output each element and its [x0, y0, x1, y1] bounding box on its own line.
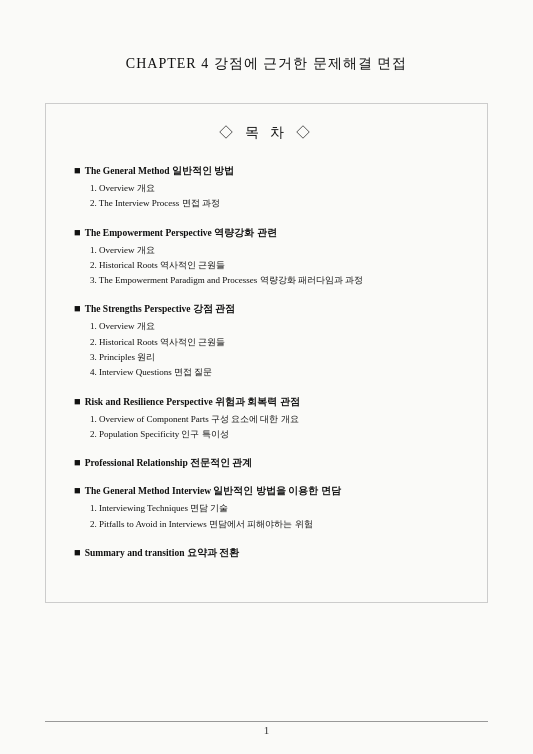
- section-header-text: The Strengths Perspective 강점 관점: [85, 303, 236, 316]
- section-item: 2. Historical Roots 역사적인 근원들: [74, 258, 459, 273]
- toc-section-s2: ■The Empowerment Perspective 역량강화 관련1. O…: [74, 226, 459, 289]
- section-item: 2. The Interview Process 면접 과정: [74, 196, 459, 211]
- toc-box: ◇ 목 차 ◇ ■The General Method 일반적인 방법1. Ov…: [45, 103, 488, 603]
- section-item: 1. Overview 개요: [74, 243, 459, 258]
- section-header-s4: ■Risk and Resilience Perspective 위험과 회복력…: [74, 395, 459, 409]
- section-header-s1: ■The General Method 일반적인 방법: [74, 164, 459, 178]
- section-header-text: The Empowerment Perspective 역량강화 관련: [85, 227, 277, 240]
- section-item: 1. Overview 개요: [74, 319, 459, 334]
- page: CHAPTER 4 강점에 근거한 문제해결 면접 ◇ 목 차 ◇ ■The G…: [0, 0, 533, 754]
- toc-section-s1: ■The General Method 일반적인 방법1. Overview 개…: [74, 164, 459, 212]
- section-item: 1. Interviewing Techniques 면담 기술: [74, 501, 459, 516]
- section-item: 1. Overview 개요: [74, 181, 459, 196]
- section-item: 2. Pitfalls to Avoid in Interviews 면담에서 …: [74, 517, 459, 532]
- section-header-text: The General Method 일반적인 방법: [85, 165, 235, 178]
- section-header-text: Summary and transition 요약과 전환: [85, 547, 240, 560]
- section-bullet: ■: [74, 164, 81, 176]
- section-header-s3: ■The Strengths Perspective 강점 관점: [74, 302, 459, 316]
- section-header-s6: ■The General Method Interview 일반적인 방법을 이…: [74, 484, 459, 498]
- section-item: 1. Overview of Component Parts 구성 요소에 대한…: [74, 412, 459, 427]
- section-bullet: ■: [74, 226, 81, 238]
- section-header-s7: ■Summary and transition 요약과 전환: [74, 546, 459, 560]
- toc-section-s7: ■Summary and transition 요약과 전환: [74, 546, 459, 560]
- section-item: 3. Principles 원리: [74, 350, 459, 365]
- section-item: 2. Historical Roots 역사적인 근원들: [74, 335, 459, 350]
- toc-section-s3: ■The Strengths Perspective 강점 관점1. Overv…: [74, 302, 459, 380]
- section-bullet: ■: [74, 484, 81, 496]
- toc-sections: ■The General Method 일반적인 방법1. Overview 개…: [74, 164, 459, 560]
- section-bullet: ■: [74, 546, 81, 558]
- section-header-text: The General Method Interview 일반적인 방법을 이용…: [85, 485, 341, 498]
- toc-section-s6: ■The General Method Interview 일반적인 방법을 이…: [74, 484, 459, 532]
- bottom-line: [45, 721, 488, 722]
- section-header-s2: ■The Empowerment Perspective 역량강화 관련: [74, 226, 459, 240]
- page-title: CHAPTER 4 강점에 근거한 문제해결 면접: [0, 0, 533, 103]
- section-item: 4. Interview Questions 면접 질문: [74, 365, 459, 380]
- section-bullet: ■: [74, 395, 81, 407]
- section-header-text: Professional Relationship 전문적인 관계: [85, 457, 253, 470]
- section-item: 2. Population Specificity 인구 특이성: [74, 427, 459, 442]
- section-header-text: Risk and Resilience Perspective 위험과 회복력 …: [85, 396, 300, 409]
- toc-section-s4: ■Risk and Resilience Perspective 위험과 회복력…: [74, 395, 459, 443]
- toc-title: ◇ 목 차 ◇: [74, 124, 459, 142]
- toc-section-s5: ■Professional Relationship 전문적인 관계: [74, 456, 459, 470]
- section-item: 3. The Empowerment Paradigm and Processe…: [74, 273, 459, 288]
- section-header-s5: ■Professional Relationship 전문적인 관계: [74, 456, 459, 470]
- section-bullet: ■: [74, 302, 81, 314]
- page-number: 1: [264, 724, 270, 736]
- section-bullet: ■: [74, 456, 81, 468]
